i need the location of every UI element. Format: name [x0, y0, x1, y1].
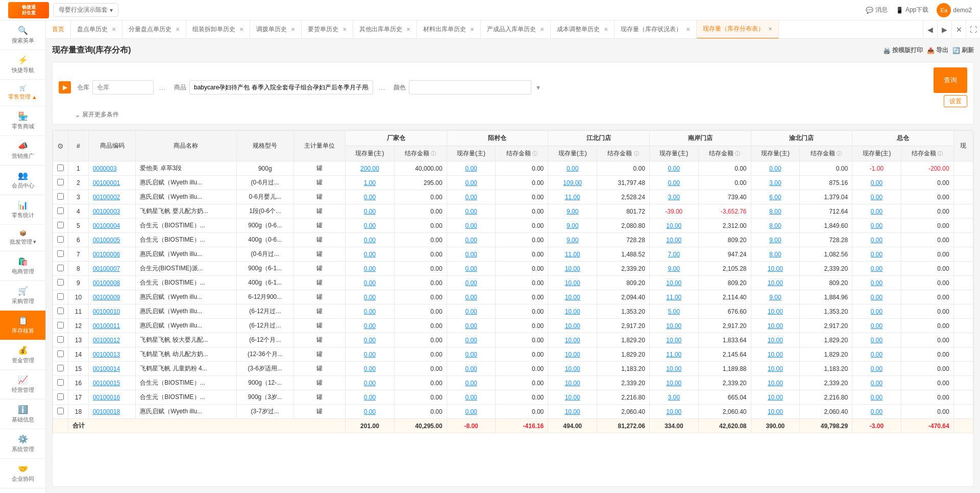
cell-checkbox[interactable] — [53, 290, 68, 304]
sidebar-item-wholesale[interactable]: 📦 批发管理 ▾ — [0, 225, 45, 251]
cell-checkbox[interactable] — [53, 190, 68, 204]
sidebar-item-operations[interactable]: 📈 经营管理 — [0, 370, 45, 400]
tab-cost-adjust[interactable]: 成本调整单历史 ✕ — [551, 20, 615, 39]
cell-name: 飞鹤星飞帆 婴儿配方奶... — [136, 204, 236, 219]
tab-stock-dist[interactable]: 现存量（库存分布表） ✕ — [697, 20, 779, 39]
sidebar-item-system[interactable]: ⚙️ 系统管理 — [0, 429, 45, 459]
tab-order[interactable]: 要货单历史 ✕ — [302, 20, 353, 39]
close-icon[interactable]: ✕ — [291, 27, 295, 32]
cell-checkbox[interactable] — [53, 390, 68, 405]
info-icon[interactable]: ⓘ — [837, 151, 842, 156]
sidebar-item-retail-mgmt[interactable]: 🛒 零售管理 ▲ — [0, 80, 45, 106]
cell-checkbox[interactable] — [53, 276, 68, 290]
tab-next-btn[interactable]: ▶ — [937, 20, 951, 39]
tab-transfer[interactable]: 调拨单历史 ✕ — [250, 20, 302, 39]
tab-other-out[interactable]: 其他出库单历史 ✕ — [353, 20, 417, 39]
cell-jiangbei-amt: 0.00 — [597, 161, 650, 176]
close-icon[interactable]: ✕ — [239, 27, 243, 32]
cell-mocun-stock: 0.00 — [447, 262, 496, 276]
cell-checkbox[interactable] — [53, 319, 68, 333]
cell-checkbox[interactable] — [53, 247, 68, 262]
sidebar-item-member[interactable]: 👥 会员中心 — [0, 166, 45, 195]
info-icon[interactable]: ⓘ — [431, 151, 436, 156]
sidebar-item-retail-stats[interactable]: 📊 零售统计 — [0, 195, 45, 225]
cell-yubei-stock: 10.00 — [751, 405, 800, 419]
cell-checkbox[interactable] — [53, 405, 68, 419]
close-icon[interactable]: ✕ — [768, 26, 772, 32]
message-btn[interactable]: 💬 消息 — [866, 6, 888, 14]
cell-mocun-amt: 0.00 — [496, 176, 548, 190]
tab-close-all-btn[interactable]: ✕ — [951, 20, 966, 39]
sidebar-item-enterprise-collab[interactable]: 🤝 企业协同 — [0, 459, 45, 488]
cell-checkbox[interactable] — [53, 233, 68, 247]
tab-split-inventory[interactable]: 分量盘点单历史 ✕ — [122, 20, 186, 39]
cell-checkbox[interactable] — [53, 161, 68, 176]
cell-factory-amt: 0.00 — [394, 247, 447, 262]
tab-group-disassemble[interactable]: 组装拆卸单历史 ✕ — [186, 20, 250, 39]
table-row: 5 00100004 合生元（BIOSTIME）... 900g（0-6... … — [53, 219, 973, 233]
table-scroll[interactable]: ⚙ # 商品编码 商品名称 规格型号 主计量单位 厂家仓 陌村仓 江北门店 南岸… — [53, 130, 973, 486]
sidebar-item-finance[interactable]: 💰 资金管理 — [0, 340, 45, 370]
close-icon[interactable]: ✕ — [342, 27, 347, 32]
cell-checkbox[interactable] — [53, 176, 68, 190]
gear-icon[interactable]: ⚙ — [57, 142, 64, 150]
industry-selector[interactable]: 母婴行业演示陈套 ▾ — [53, 3, 118, 17]
close-icon[interactable]: ✕ — [112, 27, 116, 32]
warehouse-input[interactable] — [92, 80, 154, 95]
tab-stock-status[interactable]: 现存量（库存状况表） ✕ — [615, 20, 697, 39]
close-icon[interactable]: ✕ — [176, 27, 180, 32]
sidebar-item-search[interactable]: 🔍 搜索英单 — [0, 20, 45, 50]
cell-checkbox[interactable] — [53, 376, 68, 390]
goods-dots-btn[interactable]: … — [376, 83, 387, 91]
sidebar-item-quick-nav[interactable]: ⚡ 快捷导航 — [0, 50, 45, 80]
sidebar-item-new-guide[interactable]: 🎯 新手引导 — [0, 488, 45, 493]
print-btn[interactable]: 🖨️ 按模版打印 — [883, 46, 923, 55]
close-icon[interactable]: ✕ — [406, 27, 410, 32]
cell-mocun-stock: 0.00 — [447, 290, 496, 304]
sidebar-item-basic-info[interactable]: ℹ️ 基础信息 — [0, 400, 45, 429]
sidebar-item-label: 零售统计 — [12, 212, 34, 219]
cell-jiangbei-stock: 9.00 — [548, 219, 597, 233]
tab-product-in[interactable]: 产成品入库单历史 ✕ — [481, 20, 551, 39]
user-profile[interactable]: Ea demo2 — [937, 3, 972, 17]
close-icon[interactable]: ✕ — [604, 27, 608, 32]
cell-factory-stock: 0.00 — [346, 219, 395, 233]
setting-button[interactable]: 设置 — [944, 95, 967, 107]
cell-checkbox[interactable] — [53, 204, 68, 219]
refresh-btn[interactable]: 🔄 刷新 — [952, 46, 974, 55]
tab-home[interactable]: 首页 — [46, 20, 71, 39]
sidebar-item-inventory[interactable]: 📋 库存核算 — [0, 311, 45, 340]
close-icon[interactable]: ✕ — [540, 27, 544, 32]
info-icon[interactable]: ⓘ — [735, 151, 740, 156]
cell-checkbox[interactable] — [53, 362, 68, 376]
close-icon[interactable]: ✕ — [470, 27, 474, 32]
cell-checkbox[interactable] — [53, 262, 68, 276]
cell-spec: (3-7岁过... — [236, 405, 293, 419]
color-input[interactable] — [409, 80, 531, 95]
export-btn[interactable]: 📤 导出 — [927, 46, 948, 55]
sidebar-item-purchase[interactable]: 🛒 采购管理 — [0, 281, 45, 311]
cell-checkbox[interactable] — [53, 333, 68, 347]
tab-material-out[interactable]: 材料出库单历史 ✕ — [417, 20, 481, 39]
tab-prev-btn[interactable]: ◀ — [923, 20, 937, 39]
warehouse-dots-btn[interactable]: … — [157, 83, 168, 91]
sidebar-item-retail-store[interactable]: 🏪 零售商城 — [0, 106, 45, 136]
info-icon[interactable]: ⓘ — [938, 151, 943, 156]
cell-index: 14 — [68, 347, 89, 362]
search-button[interactable]: 查询 — [934, 67, 967, 93]
expand-conditions[interactable]: ⌄ 展开更多条件 — [75, 110, 967, 119]
sidebar-item-marketing[interactable]: 📣 营销推广 — [0, 136, 45, 166]
tab-expand-btn[interactable]: ⛶ — [966, 20, 980, 39]
filter-toggle-btn[interactable]: ▶ — [59, 81, 71, 93]
app-download-btn[interactable]: 📱 App下载 — [896, 6, 928, 14]
info-icon[interactable]: ⓘ — [634, 151, 639, 156]
cell-checkbox[interactable] — [53, 347, 68, 362]
goods-input[interactable] — [189, 80, 373, 95]
cell-checkbox[interactable] — [53, 219, 68, 233]
cell-checkbox[interactable] — [53, 304, 68, 319]
sidebar-item-ecommerce[interactable]: 🛍️ 电商管理 — [0, 251, 45, 281]
info-icon[interactable]: ⓘ — [532, 151, 537, 156]
close-icon[interactable]: ✕ — [686, 27, 690, 32]
tab-inventory-check[interactable]: 盘点单历史 ✕ — [71, 20, 122, 39]
color-dots-btn[interactable]: ▾ — [534, 83, 542, 91]
